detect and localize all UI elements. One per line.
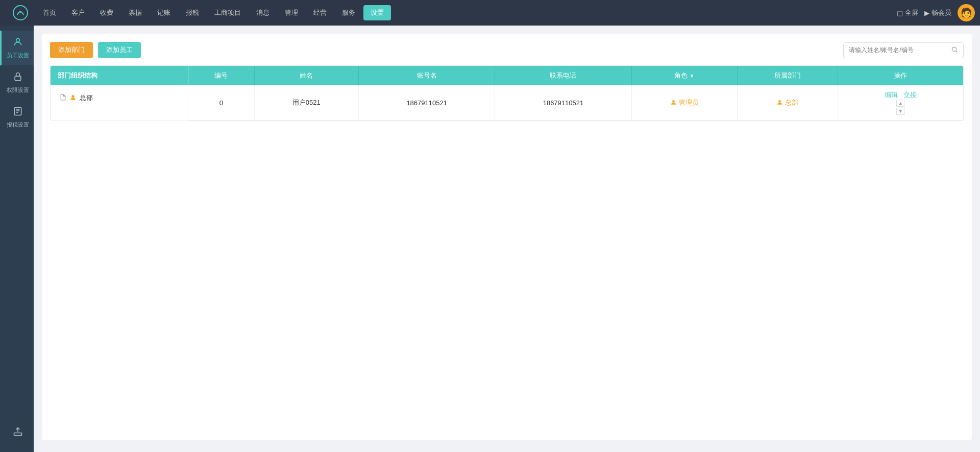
svg-rect-3 bbox=[15, 76, 21, 80]
nav-item-bills[interactable]: 票据 bbox=[121, 5, 149, 20]
top-navigation: 首页 客户 收费 票据 记账 报税 工商项目 消息 管理 经营 服务 设置 ▢ … bbox=[0, 0, 980, 26]
upload-icon bbox=[13, 426, 23, 438]
sidebar-bottom-action[interactable] bbox=[8, 420, 26, 444]
sidebar-permissions-label: 权限设置 bbox=[7, 86, 29, 94]
sidebar-item-employee[interactable]: 员工设置 bbox=[0, 31, 34, 65]
svg-point-2 bbox=[16, 38, 19, 42]
sidebar-bottom bbox=[8, 420, 26, 452]
content-area: 添加部门 添加员工 部门组织结构 bbox=[42, 34, 972, 440]
employee-table: 编号 姓名 账号名 联系电话 角色 ▼ 所属部门 操作 bbox=[188, 66, 963, 121]
cell-name: 用户0521 bbox=[254, 85, 358, 121]
toolbar: 添加部门 添加员工 bbox=[50, 42, 964, 58]
org-tree: 部门组织结构 bbox=[51, 66, 188, 121]
nav-item-operations[interactable]: 经营 bbox=[306, 5, 334, 20]
sidebar-tax-label: 报税设置 bbox=[7, 121, 29, 129]
fullscreen-button[interactable]: ▢ 全屏 bbox=[897, 8, 918, 17]
svg-rect-5 bbox=[14, 433, 21, 436]
permissions-icon bbox=[13, 72, 23, 84]
svg-point-1 bbox=[19, 11, 21, 13]
nav-item-messages[interactable]: 消息 bbox=[249, 5, 277, 20]
doc-icon bbox=[60, 94, 66, 102]
nav-item-customer[interactable]: 客户 bbox=[64, 5, 92, 20]
org-tree-header: 部门组织结构 bbox=[51, 66, 188, 85]
svg-point-6 bbox=[952, 47, 956, 51]
col-header-name: 姓名 bbox=[254, 66, 358, 85]
edit-link[interactable]: 编辑 bbox=[885, 91, 898, 99]
member-button[interactable]: ▶ 畅会员 bbox=[924, 8, 951, 17]
col-header-dept: 所属部门 bbox=[737, 66, 838, 85]
cell-dept: 总部 bbox=[737, 85, 838, 121]
main-content: 添加部门 添加员工 部门组织结构 bbox=[34, 26, 980, 452]
nav-items: 首页 客户 收费 票据 记账 报税 工商项目 消息 管理 经营 服务 设置 bbox=[36, 5, 897, 20]
col-header-action: 操作 bbox=[838, 66, 963, 85]
member-icon: ▶ bbox=[924, 9, 929, 17]
add-department-button[interactable]: 添加部门 bbox=[50, 42, 93, 58]
logo-icon bbox=[5, 5, 36, 21]
nav-item-bookkeeping[interactable]: 记账 bbox=[150, 5, 178, 20]
nav-item-business[interactable]: 工商项目 bbox=[207, 5, 248, 20]
svg-point-9 bbox=[779, 100, 781, 102]
col-header-role: 角色 ▼ bbox=[631, 66, 737, 85]
person-icon bbox=[69, 94, 77, 103]
cell-phone: 18679110521 bbox=[495, 85, 631, 121]
search-input[interactable] bbox=[844, 43, 946, 57]
svg-point-8 bbox=[672, 100, 674, 102]
sidebar: 员工设置 权限设置 报税设置 bbox=[0, 26, 34, 452]
table-row: 0 用户0521 18679110521 18679110521 管理员 bbox=[188, 85, 963, 121]
nav-item-settings[interactable]: 设置 bbox=[363, 5, 391, 20]
member-label: 畅会员 bbox=[932, 8, 951, 17]
tree-node-headquarters[interactable]: 总部 bbox=[56, 90, 183, 106]
scroll-up-button[interactable]: ▲ bbox=[896, 100, 904, 107]
search-box bbox=[843, 42, 964, 58]
filter-icon[interactable]: ▼ bbox=[690, 73, 695, 79]
col-header-phone: 联系电话 bbox=[495, 66, 631, 85]
nav-item-tax[interactable]: 报税 bbox=[179, 5, 206, 20]
add-employee-button[interactable]: 添加员工 bbox=[98, 42, 141, 58]
table: 编号 姓名 账号名 联系电话 角色 ▼ 所属部门 操作 bbox=[188, 66, 963, 121]
sidebar-item-permissions[interactable]: 权限设置 bbox=[0, 65, 34, 100]
svg-point-7 bbox=[72, 95, 75, 98]
body-layout: 部门组织结构 bbox=[50, 65, 964, 121]
tree-node-label: 总部 bbox=[80, 93, 93, 103]
table-header-row: 编号 姓名 账号名 联系电话 角色 ▼ 所属部门 操作 bbox=[188, 66, 963, 85]
row-scroll-controls: ▲ ▼ bbox=[844, 100, 957, 115]
role-badge: 管理员 bbox=[670, 98, 699, 107]
nav-item-manage[interactable]: 管理 bbox=[278, 5, 305, 20]
fullscreen-icon: ▢ bbox=[897, 9, 903, 17]
nav-item-service[interactable]: 服务 bbox=[335, 5, 362, 20]
sidebar-item-tax-settings[interactable]: 报税设置 bbox=[0, 100, 34, 135]
avatar-icon: 🧑 bbox=[961, 7, 972, 18]
org-tree-body: 总部 bbox=[51, 85, 188, 111]
nav-item-fees[interactable]: 收费 bbox=[93, 5, 120, 20]
col-header-account: 账号名 bbox=[359, 66, 495, 85]
cell-id: 0 bbox=[188, 85, 254, 121]
search-button[interactable] bbox=[946, 43, 963, 58]
cell-account: 18679110521 bbox=[359, 85, 495, 121]
nav-right: ▢ 全屏 ▶ 畅会员 🧑 bbox=[897, 4, 975, 21]
cell-role: 管理员 bbox=[631, 85, 737, 121]
sidebar-employee-label: 员工设置 bbox=[7, 52, 29, 59]
dept-badge: 总部 bbox=[776, 98, 798, 107]
transfer-link[interactable]: 交接 bbox=[903, 91, 917, 99]
nav-item-home[interactable]: 首页 bbox=[36, 5, 63, 20]
fullscreen-label: 全屏 bbox=[905, 8, 918, 17]
tax-settings-icon bbox=[13, 106, 23, 119]
avatar[interactable]: 🧑 bbox=[958, 4, 975, 21]
scroll-down-button[interactable]: ▼ bbox=[896, 108, 904, 115]
employee-icon bbox=[13, 37, 23, 50]
col-header-id: 编号 bbox=[188, 66, 254, 85]
cell-action: 编辑 交接 ▲ ▼ bbox=[838, 85, 963, 121]
